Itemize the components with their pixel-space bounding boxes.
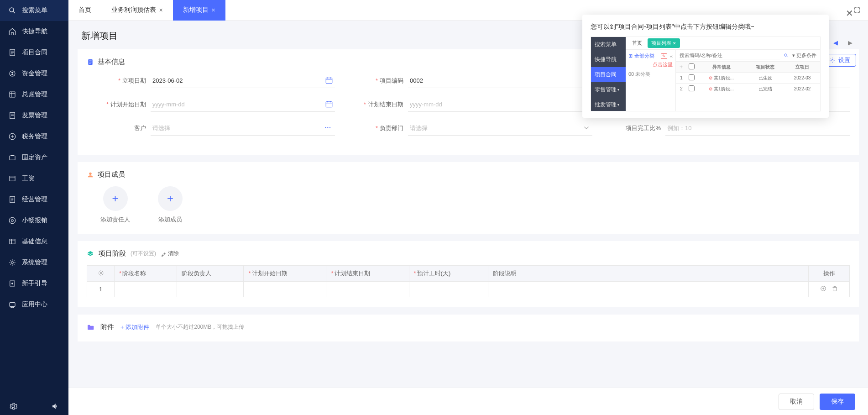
tab-0[interactable]: 首页: [68, 0, 101, 21]
delete-row-icon[interactable]: [831, 285, 838, 292]
add-row-icon[interactable]: [820, 285, 826, 292]
attachment-card: 附件 + 添加附件 单个大小不超过200MB，可拖拽上传: [78, 315, 859, 341]
mini-side-item[interactable]: 零售管理 ▾: [591, 82, 626, 97]
cancel-button[interactable]: 取消: [779, 394, 814, 410]
add-attachment-button[interactable]: + 添加附件: [120, 323, 149, 331]
table-row[interactable]: 1: [87, 282, 850, 297]
fund-icon: [8, 69, 16, 78]
svg-rect-18: [89, 63, 90, 63]
mini-row-check[interactable]: [689, 74, 695, 80]
user-icon: [87, 171, 94, 179]
salary-icon: [8, 174, 16, 183]
lxrq-input[interactable]: [151, 74, 335, 88]
sidebar-item-10[interactable]: 小畅报销: [0, 210, 68, 231]
mini-tab-list[interactable]: 项目列表 ✕: [648, 38, 680, 48]
pager-prev-icon[interactable]: ◀: [830, 37, 842, 48]
apps-icon: [8, 300, 16, 309]
edit-category-icon[interactable]: ✎: [661, 53, 667, 59]
xmbm-input[interactable]: [408, 74, 592, 88]
sidebar-item-2[interactable]: 项目合同: [0, 42, 68, 63]
asset-icon: [8, 153, 16, 162]
sound-icon[interactable]: [51, 402, 59, 410]
sidebar-item-6[interactable]: 税务管理: [0, 126, 68, 147]
mini-table-row[interactable]: 1⊘ 某1阶段...已生效2022-03: [676, 73, 820, 84]
mini-category[interactable]: ⊞ 全部分类 ✎ «: [628, 53, 673, 59]
stage-clear-button[interactable]: 清除: [161, 250, 179, 257]
sidebar-item-5[interactable]: 发票管理: [0, 105, 68, 126]
cust-input[interactable]: [151, 121, 335, 136]
guide-icon: [8, 279, 16, 288]
tab-2[interactable]: 新增项目✕: [173, 0, 225, 21]
search-icon[interactable]: [784, 53, 789, 58]
add-owner-label: 添加责任人: [100, 215, 130, 224]
pct-label: 项目完工比%: [601, 124, 665, 132]
sidebar-item-0[interactable]: 搜索菜单: [0, 0, 68, 21]
sidebar-item-3[interactable]: 资金管理: [0, 63, 68, 84]
sidebar-item-7[interactable]: 固定资产: [0, 147, 68, 168]
start-input[interactable]: [151, 97, 335, 112]
mini-side-item[interactable]: 项目合同: [591, 67, 626, 82]
more-filter[interactable]: ▾ 更多条件: [792, 52, 816, 59]
pager-next-icon[interactable]: ▶: [844, 37, 856, 48]
chevron-down-icon[interactable]: [582, 124, 591, 132]
base-icon: [8, 237, 16, 246]
dept-input[interactable]: [408, 121, 592, 136]
save-button[interactable]: 保存: [820, 394, 855, 410]
svg-rect-14: [10, 303, 15, 307]
sidebar-item-13[interactable]: 新手引导: [0, 273, 68, 294]
gear-icon[interactable]: [679, 64, 684, 69]
end-label: 计划结束日期: [344, 100, 408, 109]
add-member-label: 添加成员: [158, 215, 182, 224]
sidebar-item-8[interactable]: 工资: [0, 168, 68, 189]
sidebar-item-14[interactable]: 应用中心: [0, 294, 68, 315]
mini-side-item[interactable]: 快捷导航: [591, 52, 626, 67]
mini-check-all[interactable]: [689, 63, 695, 69]
svg-point-13: [12, 283, 13, 284]
settings-icon[interactable]: [9, 402, 17, 410]
members-card: 项目成员 + 添加责任人 + 添加成员: [78, 162, 859, 234]
svg-rect-3: [10, 92, 15, 97]
svg-point-11: [11, 262, 14, 264]
more-icon[interactable]: ···: [325, 124, 333, 132]
mini-side-item[interactable]: 搜索菜单: [591, 37, 626, 52]
start-label: 计划开始日期: [87, 100, 151, 109]
add-owner-button[interactable]: +: [103, 186, 128, 211]
sidebar: 搜索菜单快捷导航项目合同资金管理总账管理发票管理税务管理固定资产工资经营管理小畅…: [0, 0, 68, 415]
calendar-icon[interactable]: [325, 100, 333, 108]
svg-rect-10: [10, 239, 15, 244]
sidebar-item-11[interactable]: 基础信息: [0, 231, 68, 252]
mini-uncategorized[interactable]: 00 未分类: [628, 71, 673, 78]
svg-rect-19: [326, 78, 332, 84]
stage-hint: (可不设置): [131, 250, 156, 257]
sidebar-item-1[interactable]: 快捷导航: [0, 21, 68, 42]
click-here-hint: 点击这里: [628, 61, 673, 68]
mini-table-row[interactable]: 2⊘ 某1阶段...已完结2022-02: [676, 84, 820, 95]
svg-rect-6: [10, 156, 15, 160]
col-desc: 阶段说明: [488, 266, 809, 282]
mini-col-status: 项目状态: [746, 62, 784, 73]
close-icon[interactable]: ✕: [159, 7, 163, 13]
layers-icon: [87, 250, 94, 257]
mini-search-input[interactable]: [680, 52, 780, 59]
row-index: 1: [87, 282, 115, 297]
pct-input[interactable]: [665, 121, 850, 136]
mini-side-item[interactable]: 批发管理 ▾: [591, 97, 626, 111]
mini-tab-home[interactable]: 首页: [628, 38, 646, 48]
calendar-icon[interactable]: [325, 76, 333, 84]
footer-bar: 取消 保存: [68, 388, 868, 415]
tab-1[interactable]: 业务利润预估表✕: [101, 0, 173, 21]
end-input[interactable]: [408, 97, 592, 112]
mini-col-err: 异常信息: [696, 62, 746, 73]
mini-row-check[interactable]: [689, 85, 695, 91]
sidebar-item-9[interactable]: 经营管理: [0, 189, 68, 210]
add-member-button[interactable]: +: [158, 186, 183, 211]
search-icon: [8, 6, 16, 15]
sidebar-item-4[interactable]: 总账管理: [0, 84, 68, 105]
close-icon[interactable]: ✕: [842, 6, 856, 20]
col-start: 计划开始日期: [244, 266, 326, 282]
xmbm-label: 项目编码: [344, 77, 408, 85]
gear-col[interactable]: [87, 266, 115, 282]
svg-point-28: [681, 66, 682, 67]
sidebar-item-12[interactable]: 系统管理: [0, 252, 68, 273]
close-icon[interactable]: ✕: [211, 7, 215, 13]
